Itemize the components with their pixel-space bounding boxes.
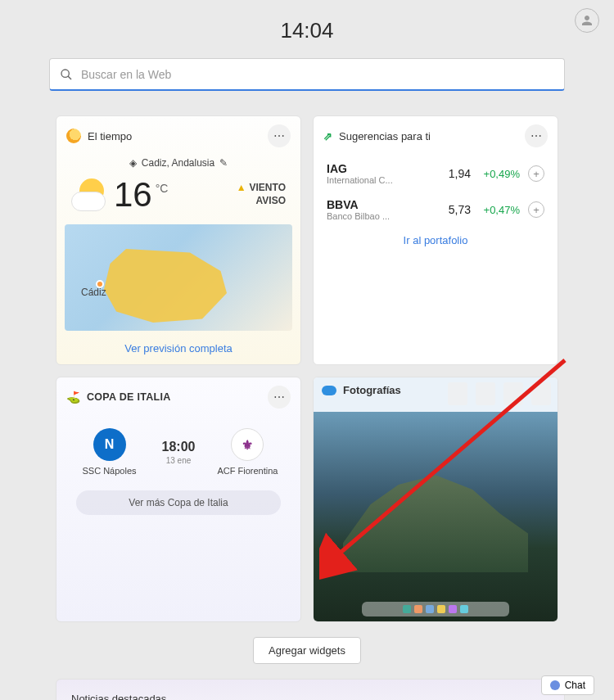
stocks-title: Sugerencias para ti [339, 130, 431, 142]
match-time-block: 18:00 13 ene [162, 440, 196, 465]
weather-more-button[interactable]: ⋯ [268, 124, 291, 147]
weather-widget[interactable]: El tiempo ⋯ ◈ Cadiz, Andalusia ✎ 16 °C ▲… [56, 115, 301, 365]
add-widgets-row: Agregar widgets [0, 637, 614, 664]
chat-icon [550, 680, 560, 690]
search-container [49, 58, 565, 91]
add-widgets-button[interactable]: Agregar widgets [253, 637, 361, 664]
weather-header: El tiempo ⋯ [56, 116, 300, 156]
sports-title: COPA DE ITALIA [87, 391, 171, 403]
sports-more-link[interactable]: Ver más Copa de Italia [76, 490, 281, 515]
weather-unit: °C [156, 182, 169, 195]
edit-location-icon[interactable]: ✎ [219, 157, 228, 169]
profile-avatar[interactable] [575, 8, 599, 33]
search-input[interactable] [81, 68, 554, 81]
photos-header: Fotografías [314, 377, 558, 403]
photos-island-shape [343, 475, 528, 572]
search-bar[interactable] [49, 58, 565, 91]
weather-location: Cadiz, Andalusia [142, 157, 214, 169]
widget-grid: El tiempo ⋯ ◈ Cadiz, Andalusia ✎ 16 °C ▲… [56, 115, 614, 622]
weather-forecast-link[interactable]: Ver previsión completa [56, 331, 300, 364]
chat-label: Chat [565, 680, 585, 691]
stock-name: Banco Bilbao ... [327, 211, 433, 221]
photos-dock [362, 602, 509, 616]
sun-cloud-icon [71, 174, 114, 216]
sports-widget[interactable]: ⛳ COPA DE ITALIA ⋯ N SSC Nápoles 18:00 1… [56, 377, 301, 622]
stock-row[interactable]: BBVA Banco Bilbao ... 5,73 +0,47% + [314, 192, 558, 228]
user-icon [580, 13, 594, 28]
weather-location-row[interactable]: ◈ Cadiz, Andalusia ✎ [56, 157, 300, 169]
sports-header: ⛳ COPA DE ITALIA ⋯ [56, 377, 300, 417]
stock-symbol: IAG [327, 162, 433, 175]
stock-price: 5,73 [433, 203, 471, 216]
weather-icon [66, 129, 81, 143]
team-b-logo: ⚜ [231, 428, 264, 461]
clock: 14:04 [0, 18, 614, 43]
stocks-header: ⇗ Sugerencias para ti ⋯ [314, 116, 558, 156]
chat-button[interactable]: Chat [541, 675, 594, 695]
stocks-portfolio-link[interactable]: Ir al portafolio [314, 228, 558, 258]
map-region-highlight [104, 249, 227, 323]
team-b[interactable]: ⚜ ACF Fiorentina [210, 428, 284, 476]
target-icon: ◈ [129, 157, 137, 169]
news-widget[interactable]: Noticias destacadas E El Gobierno limita… [56, 679, 565, 700]
map-city-label: Cádiz [81, 287, 106, 298]
match-row: N SSC Nápoles 18:00 13 ene ⚜ ACF Fiorent… [56, 417, 300, 482]
match-date: 13 ene [162, 456, 196, 465]
stock-row[interactable]: IAG International C... 1,94 +0,49% + [314, 156, 558, 192]
stock-add-button[interactable]: + [528, 165, 544, 182]
stock-symbol: BBVA [327, 198, 433, 211]
team-a[interactable]: N SSC Nápoles [73, 428, 147, 476]
warning-icon: ▲ [237, 182, 246, 193]
search-icon [60, 68, 73, 81]
team-a-logo: N [93, 428, 126, 461]
svg-line-1 [68, 76, 71, 79]
weather-main: 16 °C ▲VIENTO AVISO [56, 169, 300, 224]
match-time: 18:00 [162, 440, 196, 454]
header: 14:04 [0, 0, 614, 43]
stocks-icon: ⇗ [323, 130, 332, 142]
team-a-name: SSC Nápoles [73, 466, 147, 476]
weather-temperature: 16 [114, 175, 152, 215]
weather-title: El tiempo [88, 130, 132, 142]
photos-wallpaper [314, 377, 558, 621]
sport-icon: ⛳ [66, 391, 80, 404]
stock-change: +0,49% [471, 168, 520, 180]
news-section-title: Noticias destacadas [71, 693, 549, 700]
photos-title: Fotografías [343, 384, 401, 396]
stock-price: 1,94 [433, 167, 471, 180]
onedrive-icon [322, 386, 336, 395]
stocks-widget[interactable]: ⇗ Sugerencias para ti ⋯ IAG Internationa… [313, 115, 558, 365]
sports-more-button[interactable]: ⋯ [268, 386, 291, 409]
stocks-more-button[interactable]: ⋯ [525, 124, 548, 147]
stock-change: +0,47% [471, 204, 520, 216]
stock-name: International C... [327, 175, 433, 185]
weather-map[interactable]: Cádiz [65, 224, 292, 331]
photos-widget[interactable]: Fotografías [313, 377, 558, 622]
weather-warning: ▲VIENTO AVISO [237, 182, 286, 207]
svg-point-0 [61, 70, 69, 77]
team-b-name: ACF Fiorentina [210, 466, 284, 476]
stock-add-button[interactable]: + [528, 201, 544, 218]
